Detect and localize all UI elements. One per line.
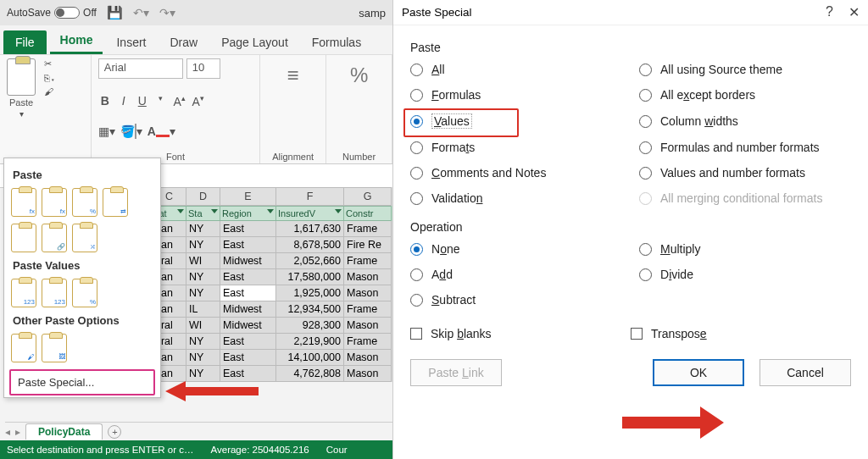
table-row[interactable]: banNYEast17,580,000Mason	[153, 269, 392, 285]
paste-option-icon[interactable]: fx	[11, 188, 36, 217]
radio-none[interactable]: None	[410, 242, 631, 256]
paste-values-icon[interactable]: 123	[11, 279, 36, 307]
table-row[interactable]: banNYEast14,100,000Mason	[153, 350, 392, 366]
radio-except-borders[interactable]: All except borders	[639, 88, 860, 102]
increase-font-icon[interactable]: A▴	[173, 94, 186, 108]
paste-option-icon[interactable]: %	[72, 188, 97, 217]
paste-option-icon[interactable]: ⇄	[103, 188, 128, 217]
status-average: Average: 2504405.216	[211, 445, 309, 455]
paste-option-icon[interactable]: ⤭	[72, 224, 97, 252]
filter-icon[interactable]	[267, 209, 274, 213]
italic-button[interactable]: I	[117, 94, 131, 108]
cut-icon[interactable]: ✂	[44, 58, 56, 69]
radio-formulas[interactable]: Formulas	[410, 88, 631, 102]
undo-icon[interactable]: ↶▾	[133, 6, 149, 19]
radio-validation[interactable]: Validation	[410, 191, 631, 205]
paste-other-icon[interactable]: 🖼	[42, 334, 67, 362]
copy-icon[interactable]: ⎘▾	[44, 73, 56, 83]
table-row[interactable]: uralWIMidwest2,052,660Frame	[153, 253, 392, 269]
radio-subtract[interactable]: Subtract	[410, 293, 631, 307]
autosave-state: Off	[83, 7, 97, 19]
tab-insert[interactable]: Insert	[106, 30, 156, 54]
column-headers[interactable]: C D E F G	[153, 187, 392, 206]
paste-option-icon[interactable]: 🔗	[42, 224, 67, 252]
format-painter-icon[interactable]: 🖌	[44, 86, 56, 97]
radio-formats[interactable]: Formats	[410, 141, 631, 154]
radio-multiply[interactable]: Multiply	[639, 242, 860, 256]
tab-page-layout[interactable]: Page Layout	[211, 30, 298, 54]
add-sheet-button[interactable]: +	[108, 425, 121, 439]
paste-values-icon[interactable]: 123	[42, 279, 67, 307]
paste-values-icon[interactable]: %	[72, 279, 97, 307]
paste-button[interactable]: Paste ▾	[7, 58, 36, 119]
redo-icon[interactable]: ↷▾	[159, 6, 175, 19]
checkbox-transpose[interactable]: Transpose	[631, 327, 851, 340]
paste-option-icon[interactable]: fx	[42, 188, 67, 217]
paste-menu-section-paste: Paste	[9, 165, 155, 185]
paste-special-dialog: Paste Special ? ✕ Paste All All using So…	[393, 0, 868, 459]
table-row[interactable]: banILMidwest12,934,500Frame	[153, 301, 392, 318]
tab-home[interactable]: Home	[50, 28, 103, 54]
font-color-icon[interactable]: A▾	[147, 124, 175, 138]
font-size-select[interactable]: 10	[186, 58, 220, 79]
autosave-label: AutoSave	[7, 7, 51, 19]
close-icon[interactable]: ✕	[849, 4, 860, 20]
paste-option-icon[interactable]	[11, 224, 36, 252]
worksheet-grid[interactable]: C D E F G cat Sta Region InsuredV Constr…	[153, 187, 392, 382]
radio-col-widths[interactable]: Column widths	[639, 113, 860, 129]
chevron-down-icon[interactable]: ▾	[19, 109, 24, 119]
alignment-icon: ≡	[281, 64, 305, 87]
paste-link-button: Paste Link	[410, 359, 502, 386]
radio-all[interactable]: All	[410, 63, 631, 76]
sheet-tab[interactable]: PolicyData	[25, 423, 103, 440]
underline-button[interactable]: U	[136, 94, 149, 108]
filter-icon[interactable]	[211, 209, 218, 213]
checkbox-skip-blanks[interactable]: Skip blanks	[410, 327, 631, 340]
number-group[interactable]: % Number	[326, 55, 392, 163]
alignment-group[interactable]: ≡ Alignment	[260, 55, 326, 163]
radio-comments[interactable]: Comments and Notes	[410, 166, 631, 180]
font-group: Arial 10 B I U ▾ A▴ A▾ ▦▾ 🪣▾ A▾ Font	[92, 55, 261, 163]
bold-button[interactable]: B	[98, 94, 112, 108]
table-row[interactable]: banNYEast1,925,000Mason	[153, 285, 392, 301]
table-row[interactable]: uralWIMidwest928,300Mason	[153, 318, 392, 334]
underline-chevron-icon[interactable]: ▾	[154, 94, 168, 108]
table-row[interactable]: banNYEast1,617,630Frame	[153, 221, 392, 237]
fill-color-icon[interactable]: 🪣▾	[120, 124, 142, 138]
radio-add[interactable]: Add	[410, 268, 631, 281]
toggle-pill-icon[interactable]	[54, 7, 80, 19]
sheet-nav-prev-icon[interactable]: ◂	[5, 426, 10, 438]
font-name-select[interactable]: Arial	[98, 58, 183, 79]
radio-values-num[interactable]: Values and number formats	[639, 166, 860, 180]
help-icon[interactable]: ?	[826, 4, 833, 20]
save-icon[interactable]: 💾	[107, 5, 123, 20]
borders-icon[interactable]: ▦▾	[98, 124, 115, 138]
status-message: Select destination and press ENTER or c…	[7, 445, 194, 455]
table-row[interactable]: banNYEast8,678,500Fire Re	[153, 237, 392, 253]
table-header-row[interactable]: cat Sta Region InsuredV Constr	[153, 206, 392, 221]
table-row[interactable]: banNYEast4,762,808Mason	[153, 366, 392, 382]
autosave-toggle[interactable]: AutoSave Off	[7, 7, 97, 19]
filter-icon[interactable]	[177, 209, 184, 213]
svg-marker-0	[165, 381, 259, 401]
filter-icon[interactable]	[335, 209, 342, 213]
sheet-nav-next-icon[interactable]: ▸	[15, 426, 20, 438]
tab-draw[interactable]: Draw	[159, 30, 208, 54]
section-operation-label: Operation	[410, 220, 851, 234]
ribbon-tabs: File Home Insert Draw Page Layout Formul…	[0, 25, 392, 54]
title-bar: AutoSave Off 💾 ↶▾ ↷▾ samp	[0, 0, 392, 25]
paste-other-icon[interactable]: 🖌	[11, 334, 36, 362]
table-row[interactable]: uralNYEast2,219,900Frame	[153, 334, 392, 350]
radio-formulas-num[interactable]: Formulas and number formats	[639, 141, 860, 154]
cancel-button[interactable]: Cancel	[760, 359, 851, 386]
tab-file[interactable]: File	[3, 30, 47, 54]
radio-divide[interactable]: Divide	[639, 268, 860, 281]
radio-values[interactable]: Values	[410, 113, 631, 129]
ok-button[interactable]: OK	[653, 359, 744, 386]
paste-menu: Paste fx fx % ⇄ 🔗 ⤭ Paste Values 123 123…	[3, 158, 161, 398]
radio-theme[interactable]: All using Source theme	[639, 63, 860, 76]
tab-formulas[interactable]: Formulas	[302, 30, 371, 54]
paste-special-menuitem[interactable]: Paste Special...	[9, 369, 155, 395]
decrease-font-icon[interactable]: A▾	[192, 94, 205, 108]
clipboard-icon	[7, 58, 36, 96]
